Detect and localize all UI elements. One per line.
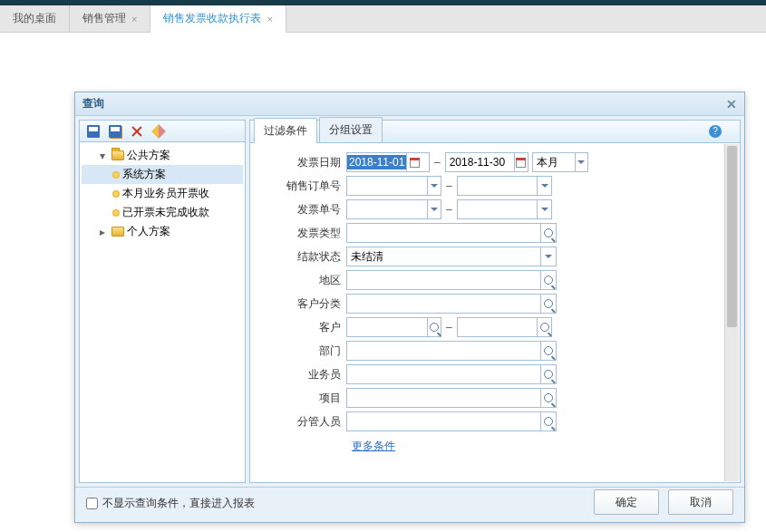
tree-node-unpaid[interactable]: 已开票未完成收款 (82, 203, 243, 222)
chevron-down-icon[interactable] (427, 200, 441, 218)
close-icon[interactable]: × (131, 14, 137, 24)
tab-desktop[interactable]: 我的桌面 (0, 5, 70, 32)
settle-status-select[interactable] (346, 247, 557, 266)
main-tabs: 我的桌面 销售管理× 销售发票收款执行表× (0, 5, 766, 33)
delete-icon[interactable] (131, 125, 143, 138)
chevron-down-icon[interactable] (537, 177, 550, 195)
search-icon[interactable] (537, 318, 550, 336)
tab-filter[interactable]: 过滤条件 (254, 118, 317, 143)
search-icon[interactable] (540, 295, 556, 313)
search-icon[interactable] (540, 224, 556, 242)
scheme-tree: ▾公共方案 系统方案 本月业务员开票收 已开票未完成收款 ▸个人方案 (79, 142, 246, 483)
chevron-down-icon[interactable] (537, 200, 550, 218)
save-as-icon[interactable] (109, 125, 121, 138)
invoice-no-from[interactable] (346, 199, 441, 219)
query-dialog: 查询 ✕ ▾公共方案 系统方案 本月业务员开票收 已开票未完成收款 ▸个人方案 … (74, 92, 745, 523)
project-field[interactable] (346, 388, 557, 408)
customer-to[interactable] (457, 317, 552, 337)
checkbox-input[interactable] (86, 498, 98, 509)
tab-sales-mgmt[interactable]: 销售管理× (70, 5, 150, 32)
label-cust-category: 客户分类 (256, 296, 346, 312)
more-conditions-link[interactable]: 更多条件 (352, 439, 395, 454)
tree-node-personal[interactable]: ▸个人方案 (82, 222, 243, 241)
label-settle-status: 结款状态 (256, 249, 346, 265)
dialog-title: 查询 (82, 96, 726, 111)
chevron-down-icon[interactable] (540, 247, 556, 266)
label-customer: 客户 (256, 320, 346, 335)
cancel-button[interactable]: 取消 (668, 489, 733, 515)
sales-order-from[interactable] (346, 176, 441, 196)
close-icon[interactable]: ✕ (726, 97, 737, 111)
search-icon[interactable] (540, 365, 556, 383)
search-icon[interactable] (540, 412, 556, 430)
label-salesperson: 业务员 (256, 367, 346, 382)
bullet-icon (112, 209, 120, 217)
save-icon[interactable] (87, 125, 100, 138)
help-icon[interactable]: ? (709, 125, 722, 138)
calendar-icon[interactable] (406, 153, 422, 171)
search-icon[interactable] (540, 342, 556, 360)
scrollbar[interactable] (724, 144, 739, 481)
search-icon[interactable] (540, 389, 556, 407)
salesperson-field[interactable] (346, 364, 557, 384)
chevron-down-icon[interactable] (575, 153, 587, 171)
invoice-type-field[interactable] (346, 223, 557, 243)
tree-node-month-sales[interactable]: 本月业务员开票收 (82, 184, 243, 203)
label-project: 项目 (256, 391, 346, 406)
label-invoice-no: 发票单号 (256, 202, 346, 218)
label-sales-order-no: 销售订单号 (256, 179, 346, 194)
label-invoice-type: 发票类型 (256, 226, 346, 241)
chevron-down-icon[interactable] (427, 177, 441, 195)
date-range-select[interactable] (532, 152, 588, 172)
date-to-field[interactable] (445, 152, 528, 172)
folder-icon (112, 227, 124, 237)
dept-field[interactable] (346, 341, 557, 361)
tree-toolbar (79, 120, 246, 142)
date-from-field[interactable]: 2018-11-01 (346, 152, 430, 172)
tab-invoice-report[interactable]: 销售发票收款执行表× (150, 5, 286, 33)
search-icon[interactable] (427, 318, 441, 336)
label-dept: 部门 (256, 343, 346, 359)
label-region: 地区 (256, 273, 346, 288)
supervisor-field[interactable] (346, 411, 557, 431)
folder-open-icon (112, 150, 124, 160)
search-icon[interactable] (540, 271, 556, 289)
customer-from[interactable] (346, 317, 441, 337)
tree-node-public[interactable]: ▾公共方案 (82, 146, 243, 165)
sales-order-to[interactable] (457, 176, 552, 196)
invoice-no-to[interactable] (457, 199, 552, 219)
close-icon[interactable]: × (267, 14, 272, 24)
ok-button[interactable]: 确定 (594, 489, 659, 515)
tab-group[interactable]: 分组设置 (319, 117, 383, 142)
edit-icon[interactable] (151, 124, 166, 139)
bullet-icon (112, 171, 120, 179)
label-supervisor: 分管人员 (256, 414, 346, 430)
region-field[interactable] (346, 270, 557, 290)
tree-node-system[interactable]: 系统方案 (82, 165, 243, 184)
cust-category-field[interactable] (346, 294, 557, 314)
bullet-icon (112, 190, 120, 198)
calendar-icon[interactable] (514, 153, 528, 171)
label-invoice-date: 发票日期 (256, 155, 346, 170)
